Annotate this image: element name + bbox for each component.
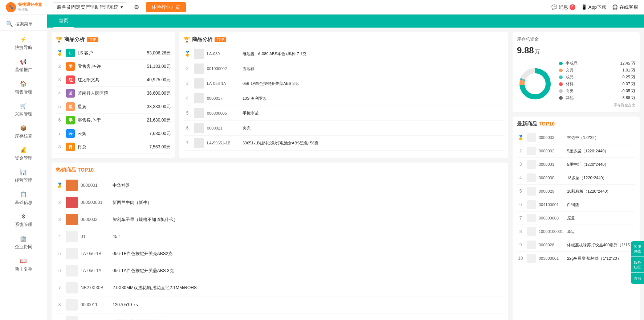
sidebar-item-finance[interactable]: 💰 资金管理 — [0, 143, 47, 165]
inventory-label: 库存总资金 — [517, 36, 635, 42]
rank-num: 4 — [56, 90, 63, 97]
chevron-down-icon: ▾ — [121, 4, 123, 10]
hot-products-title: 热销商品 TOP10 — [56, 167, 94, 173]
inventory-card: 库存总资金 9.88万 — [513, 32, 640, 112]
logo-area: 🐾 畅捷通好生意 标准版 — [6, 2, 53, 12]
product-thumb — [66, 248, 78, 259]
rank-num: 5 — [56, 250, 63, 257]
avatar: 云 — [66, 129, 75, 138]
hot-products-list: 🥇 0000001 中华神器 2 000500001 新西兰牛肉（新牛） — [56, 177, 504, 320]
table-row: 7 LA-59651-1B 59651-1B旋转投影灯电池盒ABS黑色+58克 — [184, 136, 504, 151]
cs-hotline-button[interactable]: 客服 热线 — [631, 241, 644, 257]
product-title-bar: 🏆 商品分析 TOP — [184, 36, 504, 43]
floating-cs-panel: 客服 热线 服务 社区 直播 — [631, 241, 644, 284]
sidebar-item-system[interactable]: ⚙ 系统管理 — [0, 209, 47, 231]
cs-community-button[interactable]: 服务 社区 — [631, 257, 644, 272]
list-item: 7 NB2.0X30B 2.0X30MM双搓花轴,搓花直径2.1MM/ROHS — [56, 279, 504, 296]
sidebar-item-operations[interactable]: 📊 经营管理 — [0, 165, 47, 187]
donut-chart — [517, 66, 553, 102]
rank-num: 2 — [56, 199, 63, 206]
messages-button[interactable]: 💬 消息 6 — [551, 4, 575, 11]
system-selector[interactable]: 装备及固定资产辅助管理系统 ▾ — [53, 2, 127, 12]
table-row: 5 星 星扬 33,333.00元 — [56, 100, 171, 114]
table-row: 4 苦 苦南县人民医院 36,600.00元 — [56, 87, 171, 100]
product-thumb — [527, 187, 536, 196]
rank-num: 5 — [517, 188, 524, 195]
cs-live-button[interactable]: 直播 — [631, 273, 644, 284]
megaphone-icon: 📢 — [20, 58, 27, 65]
avatar: 零 — [66, 62, 75, 71]
right-panel: 库存总资金 9.88万 — [513, 32, 640, 320]
product-thumb — [527, 227, 536, 236]
online-support-button[interactable]: 🎧 在线客服 — [612, 4, 638, 11]
sidebar: 🔍 搜索菜单 ⚡ 快捷导航 📢 营销推广 🏠 销售管理 🛒 采购管理 📦 库存核… — [0, 15, 47, 320]
trophy-icon: 🏆 — [56, 37, 62, 42]
table-row: 6 0000021 夹壳 — [184, 121, 504, 136]
message-badge: 6 — [570, 4, 575, 10]
sidebar-item-search[interactable]: 🔍 搜索菜单 — [0, 17, 47, 31]
donut-section: 半成品 12.45 万 文具 1.01 万 — [517, 60, 635, 108]
product-thumb — [527, 173, 536, 182]
sidebar-item-purchase[interactable]: 🛒 采购管理 — [0, 99, 47, 121]
settings-icon[interactable]: ⚙ — [131, 2, 142, 12]
content-area: 首页 🏆 商品分析 TOP — [47, 15, 644, 320]
product-thumb — [527, 254, 536, 263]
right-product-ranking-card: 🏆 商品分析 TOP 🥇 LA-089 电池盖 LA-089 ABS本色+黑种 … — [179, 32, 508, 158]
legend-dot — [559, 89, 563, 93]
product-thumb — [194, 138, 204, 148]
trial-button[interactable]: 体验行业方案 — [146, 2, 186, 12]
table-row: 3 红 红太阳文具 40,925.00元 — [56, 73, 171, 87]
sidebar-item-sales[interactable]: 🏠 销售管理 — [0, 77, 47, 99]
sidebar-item-marketing[interactable]: 📢 营销推广 — [0, 54, 47, 77]
rank-num: 6 — [56, 267, 63, 274]
sidebar-item-guide[interactable]: 📖 新手引导 — [0, 254, 47, 276]
hot-products-title-bar: 热销商品 TOP10 — [56, 167, 504, 173]
sidebar-item-collab[interactable]: 🏢 企业协同 — [0, 231, 47, 254]
right-product-list: 🥇 LA-089 电池盖 LA-089 ABS本色+黑种 7.1克 2 0010… — [184, 46, 504, 151]
rank-num: 2 — [56, 63, 63, 70]
customer-ranking-list: 🥇 L LS 客户 53,006.26元 2 零 零售客户-许 51,183.0… — [56, 46, 171, 154]
rank-num: 4 — [517, 174, 524, 181]
product-badge: TOP — [215, 37, 226, 42]
book-icon: 📖 — [20, 257, 27, 264]
logo-text: 畅捷通好生意 标准版 — [18, 2, 42, 12]
sidebar-item-nav[interactable]: ⚡ 快捷导航 — [0, 32, 47, 54]
product-thumb — [194, 63, 204, 74]
rank-num: 2 — [517, 147, 524, 155]
header-right: 💬 消息 6 📱 App下载 🎧 在线客服 — [551, 4, 638, 11]
rank-num: 7 — [56, 130, 63, 137]
table-row: 🥇 LA-089 电池盖 LA-089 ABS本色+黑种 7.1克 — [184, 46, 504, 61]
legend-item: 肉类 -0.05 万 — [559, 87, 635, 94]
inventory-total: 9.88万 — [517, 45, 635, 56]
building-icon: 🏢 — [20, 235, 27, 242]
rank-num: 3 — [517, 161, 524, 168]
hot-products-card: 热销商品 TOP10 🥇 0000001 中华神器 2 — [52, 163, 508, 320]
product-thumb — [527, 133, 536, 142]
avatar: 苦 — [66, 89, 75, 98]
new-products-card: 最新商品 TOP10 🥇 0000033 封边带（1.0*22） 2 — [513, 116, 640, 320]
list-item: 3 0000002 智利车子里（规格不知道填什么） — [56, 211, 504, 228]
rank-num: 7 — [184, 139, 191, 147]
headset-icon: 🎧 — [612, 4, 618, 10]
list-item: 9 0000028 体械荔枝味苏打饮品400毫升（1*15） — [517, 238, 635, 252]
legend-item: 半成品 12.45 万 — [559, 60, 635, 67]
product-thumb — [66, 214, 78, 225]
tab-home[interactable]: 首页 — [53, 15, 74, 28]
avatar: 星 — [66, 102, 75, 111]
sidebar-item-inventory[interactable]: 📦 库存核算 — [0, 121, 47, 143]
medal-icon: 🥇 — [184, 50, 191, 57]
nav-tabs: 首页 — [47, 15, 644, 28]
flash-icon: ⚡ — [20, 36, 27, 43]
list-item: 3 0000031 5厘中纤（1220*2440） — [517, 158, 635, 171]
table-row: 🥇 L LS 客户 53,006.26元 — [56, 46, 171, 60]
sidebar-item-basic[interactable]: 📋 基础信息 — [0, 187, 47, 209]
list-item: 8 0000011 12070519-xs — [56, 296, 504, 313]
table-row: 6 零 零售客户-于 21,680.00元 — [56, 114, 171, 127]
new-products-list: 🥇 0000033 封边带（1.0*22） 2 0000032 5厘多层（122… — [517, 131, 635, 265]
table-row: 5 000800005 手机测试 — [184, 106, 504, 121]
chart-label: 库存资金占比 — [559, 103, 635, 108]
app-download-button[interactable]: 📱 App下载 — [581, 4, 606, 11]
product-thumb — [194, 93, 204, 103]
chart-icon: 📊 — [20, 169, 27, 176]
list-item: 4 0000030 18多层（1220*2440） — [517, 171, 635, 185]
